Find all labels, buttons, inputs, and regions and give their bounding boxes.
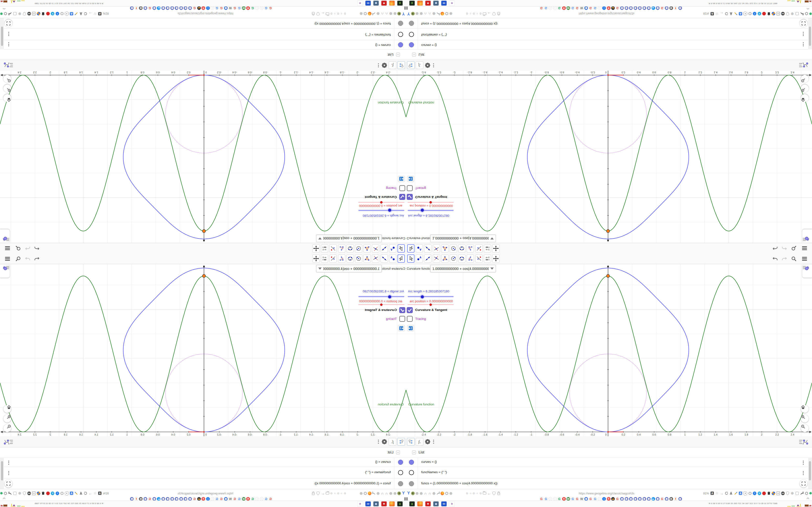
function-button[interactable]: fₓ (389, 438, 396, 446)
box-outline-icon[interactable]: 10 (776, 491, 780, 495)
gear-icon[interactable] (363, 12, 367, 16)
watch-icon[interactable] (65, 491, 69, 495)
favicon-lace-gray[interactable]: ◌ (211, 6, 214, 10)
row-expression[interactable]: curves = {} (375, 44, 391, 47)
shield-icon[interactable] (316, 491, 320, 495)
favicon-G-red[interactable]: G (616, 6, 619, 10)
owl-app-icon[interactable]: ʘ (449, 501, 455, 506)
camera-circle-icon[interactable] (411, 491, 415, 495)
fullscreen-button[interactable] (5, 480, 12, 488)
reload-icon[interactable] (84, 491, 88, 495)
search-icon[interactable] (790, 255, 798, 263)
watch-icon[interactable] (743, 491, 748, 495)
firefox-app-icon[interactable] (389, 501, 395, 506)
favicon-info-blue[interactable]: i (206, 497, 210, 501)
move-cursor-tool[interactable] (407, 244, 414, 252)
slider-tool[interactable]: a=2 (321, 244, 328, 252)
favicon-flower-indigo[interactable]: ✱ (175, 6, 179, 10)
polygon-tool[interactable] (363, 255, 371, 263)
favicon-chat-blue[interactable]: ▸ (157, 497, 161, 501)
download-icon[interactable] (79, 491, 83, 495)
radio-dot-icon[interactable]: ⊙ (330, 491, 333, 495)
lock-icon[interactable] (497, 12, 501, 16)
radio-icon[interactable]: ○ (469, 491, 472, 495)
uo-circle-icon[interactable]: uo (781, 12, 785, 16)
favicon-lace-gray[interactable]: ◌ (260, 6, 263, 10)
shield-icon[interactable] (492, 12, 496, 16)
globe-icon[interactable]: ⊕ (18, 12, 22, 16)
kebab-icon[interactable] (803, 470, 804, 475)
favicon-G-red[interactable]: G (193, 497, 197, 501)
download-icon[interactable] (79, 12, 83, 16)
row-expression[interactable]: curves = {} (421, 460, 437, 463)
angle-tool[interactable]: α (338, 255, 345, 263)
zoom-in-button[interactable] (3, 84, 11, 92)
chevron-up-icon[interactable]: ^ (807, 497, 809, 501)
angle-tool[interactable]: α (338, 244, 345, 252)
reload-icon[interactable] (724, 491, 729, 495)
red-badge-icon[interactable] (762, 12, 766, 16)
chevron-up-icon[interactable]: ^ (807, 6, 809, 10)
favicon-flower-indigo[interactable]: ✱ (620, 497, 624, 501)
arc-length-slider-knob[interactable] (388, 294, 392, 299)
shield-icon[interactable] (492, 491, 496, 495)
curvature-tangent-checkbox[interactable] (407, 194, 413, 200)
brush-icon[interactable] (734, 12, 738, 16)
puzzle-icon[interactable] (13, 491, 17, 495)
radio-dot-icon[interactable]: ⊙ (330, 12, 333, 16)
arrow-right-icon[interactable]: → (88, 491, 93, 495)
algebra-style-button[interactable] (799, 439, 809, 446)
favicon-flower-indigo[interactable]: ✱ (130, 6, 134, 10)
star-icon[interactable]: ☆ (715, 12, 719, 16)
favicon-photo-orange[interactable]: ▰ (611, 6, 615, 10)
favicon-flower-indigo[interactable]: ✱ (656, 497, 660, 501)
plus-blue-icon[interactable]: + (753, 12, 757, 16)
algebra-view-button[interactable] (407, 61, 415, 69)
wrench-icon[interactable] (436, 12, 440, 16)
favicon-W-gray[interactable]: W (580, 497, 583, 501)
line-through-two-points-tool[interactable] (424, 244, 432, 252)
favicon-G-red[interactable]: G (148, 497, 152, 501)
brush-icon[interactable] (74, 12, 79, 16)
gear-icon[interactable] (748, 12, 752, 16)
globe-icon[interactable]: ⊕ (419, 12, 423, 16)
favicon-flower-indigo[interactable]: ✱ (179, 497, 183, 501)
circle-center-point-tool[interactable] (355, 255, 362, 263)
fullscreen-button[interactable] (800, 480, 807, 488)
favicon-Ya-red[interactable]: Я (562, 6, 566, 10)
favicon-Ya-red[interactable]: Я (202, 6, 205, 10)
undo-icon[interactable] (33, 244, 40, 252)
radio-dot-icon[interactable]: ⊙ (337, 12, 340, 16)
scrollbar[interactable] (808, 457, 812, 489)
slider-tool[interactable]: a=2 (484, 244, 491, 252)
trash-icon[interactable] (767, 491, 771, 495)
circle-center-point-tool[interactable] (450, 255, 457, 263)
dosbox-app-icon[interactable]: 64 (441, 1, 447, 6)
visibility-dot[interactable] (398, 43, 403, 48)
globe-icon[interactable]: ⊕ (393, 491, 397, 495)
favicon-flower-indigo[interactable]: ✱ (144, 6, 147, 10)
search-icon[interactable] (790, 244, 798, 252)
monitor-app-icon[interactable]: ▣ (373, 501, 379, 506)
function-dropdown[interactable]: 1.000000000000 + cos(4.000000000000 x) (430, 235, 496, 242)
back-arrow-icon[interactable]: ← (487, 491, 492, 495)
point-with-label-tool[interactable]: A (389, 255, 396, 263)
download-icon[interactable] (729, 491, 733, 495)
favicon-flower-indigo[interactable]: ✱ (170, 497, 174, 501)
firefox-icon[interactable] (367, 491, 372, 495)
intersect-two-lines-tool[interactable] (433, 255, 440, 263)
kebab-icon[interactable] (8, 42, 9, 47)
intersect-two-lines-tool[interactable] (433, 244, 440, 252)
vpn-blue-icon[interactable]: V (757, 12, 761, 16)
radio-dot-icon[interactable]: ⊙ (343, 12, 347, 16)
globe-icon[interactable]: ⊕ (389, 12, 393, 16)
zoom-out-button[interactable] (801, 425, 809, 432)
folder-icon[interactable] (483, 12, 487, 16)
collapse-button[interactable]: − (412, 53, 416, 56)
row-expression[interactable]: funcNames = {" "} (421, 470, 447, 474)
arc-position-slider-knob[interactable] (380, 201, 383, 204)
redo-icon[interactable] (24, 255, 32, 263)
favicon-flower-indigo[interactable]: ✱ (638, 6, 642, 10)
favicon-G-red[interactable]: G (233, 6, 237, 10)
favicon-f-orange[interactable]: f (135, 6, 138, 10)
